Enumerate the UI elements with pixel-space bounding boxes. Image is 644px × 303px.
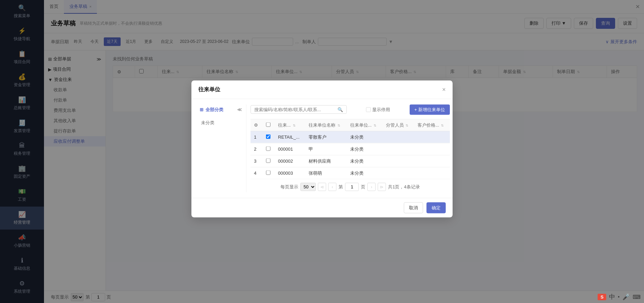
- cell-name: 零散客户: [305, 131, 346, 143]
- dot-icon: •: [618, 294, 620, 300]
- dialog-toolbar: 🔍 显示停用 + 新增往来单位: [251, 104, 450, 115]
- dialog-body: ⊞ 全部分类 ≪ 未分类 🔍 显示停用: [191, 99, 453, 198]
- th-name: 往来单位名称 ⇅: [305, 119, 346, 131]
- show-disabled-checkbox[interactable]: [366, 107, 371, 112]
- dialog-sidebar-item-uncategorized[interactable]: 未分类: [198, 117, 243, 128]
- cell-checkbox: [263, 167, 275, 179]
- dialog-title: 往来单位: [198, 86, 220, 93]
- add-counterparty-button[interactable]: + 新增往来单位: [410, 104, 450, 115]
- brand-icon: S: [598, 294, 606, 300]
- table-row[interactable]: 2 000001 甲 未分类: [251, 143, 450, 155]
- grid-small-icon: ⊞: [200, 107, 203, 112]
- cell-price: [414, 155, 450, 167]
- cell-row-num: 3: [251, 155, 263, 167]
- th-code: 往来... ⇅: [275, 119, 305, 131]
- confirm-button[interactable]: 确定: [426, 202, 446, 213]
- cell-code: 000002: [275, 155, 305, 167]
- dialog-sidebar: ⊞ 全部分类 ≪ 未分类: [198, 104, 246, 192]
- dialog-close-icon[interactable]: ×: [442, 86, 446, 93]
- cell-manager: [382, 155, 414, 167]
- cell-manager: [382, 167, 414, 179]
- cell-price: [414, 143, 450, 155]
- cell-settings: 1: [251, 131, 263, 143]
- row-checkbox[interactable]: [266, 158, 270, 163]
- search-input[interactable]: [254, 107, 335, 112]
- prev-page-btn[interactable]: ‹: [328, 183, 336, 191]
- cell-row-num: 4: [251, 167, 263, 179]
- th-manager: 分管人员 ⇅: [382, 119, 414, 131]
- th-settings: ⚙: [251, 119, 263, 131]
- keyboard-icon[interactable]: ⌨: [633, 294, 641, 300]
- dialog-footer: 取消 确定: [191, 198, 453, 217]
- cell-name: 材料供应商: [305, 155, 346, 167]
- search-icon-dialog: 🔍: [337, 107, 343, 112]
- cell-manager: [382, 143, 414, 155]
- dialog-header: 往来单位 ×: [191, 80, 453, 99]
- table-wrapper: ⚙ 往来... ⇅ 往来单位名称 ⇅ 往来单位... ⇅ 分管人员 ⇅ 客户价格…: [251, 119, 450, 179]
- first-page-btn[interactable]: ⊲: [318, 183, 326, 191]
- show-disabled: 显示停用: [366, 106, 390, 113]
- cell-row-num: 2: [251, 143, 263, 155]
- sidebar-collapse-icon[interactable]: ≪: [237, 107, 242, 112]
- cell-manager: [382, 131, 414, 143]
- per-page-select[interactable]: 50: [300, 183, 316, 191]
- row-checkbox[interactable]: [266, 134, 270, 139]
- dialog-pagination: 每页显示 50 ⊲ ‹ 第 页 › ⊳ 共1页，4条记录: [251, 179, 450, 192]
- dialog-layout: ⊞ 全部分类 ≪ 未分类 🔍 显示停用: [198, 104, 446, 192]
- dialog-main: 🔍 显示停用 + 新增往来单位 ⚙: [246, 104, 450, 192]
- counterparty-dialog: 往来单位 × ⊞ 全部分类 ≪ 未分类: [191, 80, 453, 217]
- mic-icon[interactable]: 🎤: [622, 293, 630, 301]
- row-checkbox[interactable]: [266, 146, 270, 151]
- row-checkbox[interactable]: [266, 170, 270, 175]
- table-row[interactable]: 3 000002 材料供应商 未分类: [251, 155, 450, 167]
- cell-category: 未分类: [347, 155, 382, 167]
- cell-price: [414, 131, 450, 143]
- chinese-icon[interactable]: 中: [609, 293, 615, 301]
- last-page-btn[interactable]: ⊳: [378, 183, 386, 191]
- th-price: 客户价格... ⇅: [414, 119, 450, 131]
- table-row[interactable]: 4 000003 张萌萌 未分类: [251, 167, 450, 179]
- cell-checkbox: [263, 131, 275, 143]
- dialog-select-all[interactable]: [266, 122, 270, 127]
- cell-category: 未分类: [347, 143, 382, 155]
- table-row[interactable]: 1 RETAIL_... 零散客户 未分类: [251, 131, 450, 143]
- cell-name: 张萌萌: [305, 167, 346, 179]
- cell-code: 000003: [275, 167, 305, 179]
- cell-checkbox: [263, 143, 275, 155]
- counterparty-table: ⚙ 往来... ⇅ 往来单位名称 ⇅ 往来单位... ⇅ 分管人员 ⇅ 客户价格…: [251, 119, 450, 179]
- cell-name: 甲: [305, 143, 346, 155]
- dialog-sidebar-title: ⊞ 全部分类 ≪: [198, 104, 243, 115]
- cell-price: [414, 167, 450, 179]
- th-checkbox: [263, 119, 275, 131]
- cell-category: 未分类: [347, 167, 382, 179]
- taskbar-bottom: S 中 • 🎤 ⌨: [594, 291, 644, 303]
- page-number-input[interactable]: [345, 183, 359, 191]
- cell-code: RETAIL_...: [275, 131, 305, 143]
- cancel-button[interactable]: 取消: [404, 202, 423, 213]
- th-category: 往来单位... ⇅: [347, 119, 382, 131]
- cell-checkbox: [263, 155, 275, 167]
- cell-code: 000001: [275, 143, 305, 155]
- cell-category: 未分类: [347, 131, 382, 143]
- table-scroll-area[interactable]: ⚙ 往来... ⇅ 往来单位名称 ⇅ 往来单位... ⇅ 分管人员 ⇅ 客户价格…: [251, 119, 450, 179]
- next-page-btn[interactable]: ›: [367, 183, 376, 191]
- search-box: 🔍: [251, 105, 347, 114]
